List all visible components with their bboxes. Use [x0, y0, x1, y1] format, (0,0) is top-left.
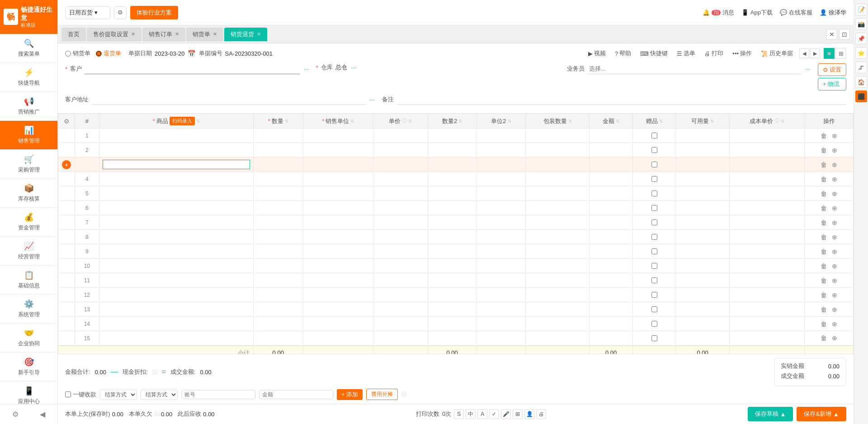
gift-checkbox[interactable]	[651, 263, 657, 269]
minus-icon[interactable]: —	[111, 368, 118, 376]
copy-row-btn[interactable]: ⊕	[830, 131, 839, 140]
tab-sales-return[interactable]: 销货退货 ✕	[224, 28, 267, 41]
delete-row-btn[interactable]: 🗑	[819, 233, 828, 242]
cost-sort-icon[interactable]: ⇅	[781, 119, 784, 124]
delete-row-btn[interactable]: 🗑	[819, 291, 828, 300]
sidebar-item-sales[interactable]: 📊 销售管理	[0, 121, 57, 150]
address-input[interactable]	[91, 94, 366, 105]
delete-row-btn[interactable]: 🗑	[819, 333, 828, 343]
radio-return-label[interactable]: 退货单	[96, 49, 121, 57]
right-panel-btn-4[interactable]: ⭐	[855, 47, 867, 59]
gift-checkbox[interactable]	[651, 205, 657, 211]
quick-icon-1[interactable]: S	[454, 409, 464, 419]
shortcut-btn[interactable]: ⌨ 快捷键	[637, 48, 670, 59]
quick-icon-6[interactable]: ⊞	[513, 409, 523, 419]
delete-row-btn[interactable]: 🗑	[819, 131, 828, 140]
delete-row-btn[interactable]: 🗑	[819, 276, 828, 285]
account-input[interactable]	[181, 390, 255, 399]
save-draft-btn[interactable]: 保存草稿 ▲	[748, 407, 793, 421]
unit-cell[interactable]	[303, 143, 373, 157]
one-click-payment-input[interactable]	[65, 391, 71, 397]
gift-cell[interactable]	[632, 157, 675, 172]
amount-cell[interactable]	[590, 143, 632, 157]
unit2-sort-icon[interactable]: ⇅	[508, 119, 511, 124]
sidebar-collapse-btn[interactable]: ◀	[38, 408, 47, 420]
price-cell[interactable]	[373, 143, 428, 157]
gift-cell[interactable]	[632, 129, 675, 143]
amount-cell[interactable]	[590, 157, 632, 172]
sidebar-item-base[interactable]: 📋 基础信息	[0, 266, 57, 295]
remark-input[interactable]	[396, 94, 846, 105]
gift-checkbox[interactable]	[651, 306, 657, 312]
sidebar-item-inventory[interactable]: 📦 库存核算	[0, 179, 57, 208]
right-panel-btn-3[interactable]: 📌	[855, 33, 867, 44]
sidebar-settings-btn[interactable]: ⚙	[10, 408, 20, 420]
header-settings-btn[interactable]: ⚙	[114, 6, 127, 19]
price-sort-icon[interactable]: ⇅	[408, 119, 412, 124]
qty-cell[interactable]	[253, 157, 303, 172]
copy-row-btn[interactable]: ⊕	[830, 160, 839, 169]
amount-cell[interactable]	[590, 129, 632, 143]
save-new-btn[interactable]: 保存&新增 ▲	[797, 407, 846, 421]
help-btn[interactable]: ? 帮助	[612, 48, 634, 59]
maximize-window-btn[interactable]: ⊡	[839, 29, 850, 40]
table-config-icon[interactable]: ⚙	[64, 118, 70, 125]
print-btn[interactable]: 🖨 打印	[702, 48, 726, 59]
gift-checkbox[interactable]	[651, 335, 657, 341]
delete-row-btn[interactable]: 🗑	[819, 218, 828, 227]
copy-row-btn[interactable]: ⊕	[830, 175, 839, 184]
sidebar-item-shortcuts[interactable]: ⚡ 快捷导航	[0, 63, 57, 92]
price-cell[interactable]	[373, 157, 428, 172]
sidebar-item-guide[interactable]: 🎯 新手引导	[0, 353, 57, 381]
copy-row-btn[interactable]: ⊕	[830, 247, 839, 256]
tab-price-close-icon[interactable]: ✕	[131, 31, 135, 37]
copy-row-btn[interactable]: ⊕	[830, 189, 839, 198]
product-cell-active[interactable]	[99, 157, 253, 172]
unit2-cell[interactable]	[476, 157, 525, 172]
radio-return[interactable]	[96, 51, 102, 57]
gift-checkbox[interactable]	[651, 277, 657, 283]
logistics-btn[interactable]: + 物流	[818, 78, 846, 91]
radio-sales[interactable]	[65, 51, 71, 57]
settings-form-btn[interactable]: ⚙ 设置	[818, 63, 846, 76]
cost-info-icon[interactable]: ⓘ	[774, 118, 779, 124]
radio-sales-label[interactable]: 销货单	[65, 49, 90, 57]
amount-sort-icon[interactable]: ⇅	[616, 119, 619, 124]
tab-price-settings[interactable]: 售价提取设置 ✕	[87, 28, 142, 41]
right-panel-btn-1[interactable]: 📝	[855, 4, 867, 15]
tab-return-close-icon[interactable]: ✕	[257, 31, 261, 37]
qty2-cell[interactable]	[428, 143, 476, 157]
unit-cell[interactable]	[303, 129, 373, 143]
packqty-cell[interactable]	[526, 143, 590, 157]
qty-cell[interactable]	[253, 129, 303, 143]
sidebar-item-system[interactable]: ⚙️ 系统管理	[0, 295, 57, 324]
available-cell[interactable]	[676, 129, 729, 143]
grid-view-btn[interactable]: ⊞	[835, 48, 846, 59]
gift-checkbox-active[interactable]	[651, 162, 657, 167]
delete-row-btn[interactable]: 🗑	[819, 204, 828, 213]
amount-input[interactable]	[259, 390, 333, 399]
quick-icon-7[interactable]: 👤	[524, 409, 534, 419]
right-panel-btn-5[interactable]: 🖇	[855, 62, 867, 73]
cost-cell[interactable]	[729, 143, 804, 157]
tab-home[interactable]: 首页	[61, 28, 86, 41]
copy-row-btn[interactable]: ⊕	[830, 233, 839, 242]
history-btn[interactable]: 📜 历史单据	[758, 48, 796, 59]
copy-row-btn[interactable]: ⊕	[830, 204, 839, 213]
unit2-cell[interactable]	[476, 129, 525, 143]
tab-delivery-close-icon[interactable]: ✕	[213, 31, 217, 37]
next-record-btn[interactable]: ▶	[810, 48, 820, 58]
packqty-cell[interactable]	[526, 157, 590, 172]
qty-sort-icon[interactable]: ⇅	[285, 119, 288, 124]
quick-icon-5[interactable]: 🎤	[501, 409, 511, 419]
gift-checkbox[interactable]	[651, 321, 657, 327]
calendar-icon[interactable]: 📅	[188, 50, 195, 57]
right-panel-btn-7[interactable]: ⬛	[855, 91, 867, 102]
copy-row-btn[interactable]: ⊕	[830, 319, 839, 329]
right-panel-btn-2[interactable]: 📸	[855, 18, 867, 30]
trial-btn[interactable]: 体验行业方案	[130, 6, 178, 19]
delete-row-btn[interactable]: 🗑	[819, 146, 828, 155]
delete-row-btn[interactable]: 🗑	[819, 189, 828, 198]
price-info-icon[interactable]: ⓘ	[402, 118, 407, 124]
unit-sort-icon[interactable]: ⇅	[350, 119, 354, 124]
